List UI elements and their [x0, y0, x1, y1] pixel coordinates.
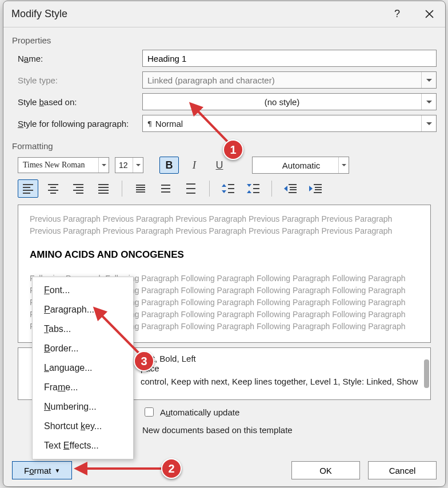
chevron-down-icon	[338, 157, 349, 173]
space-before-inc-button[interactable]	[218, 179, 238, 198]
spacing-1-button[interactable]	[130, 179, 151, 198]
align-justify-button[interactable]	[93, 179, 114, 198]
font-family-select[interactable]: Times New Roman	[18, 157, 109, 173]
svg-marker-12	[284, 186, 287, 191]
name-label: Name:	[12, 54, 142, 63]
align-right-button[interactable]	[68, 179, 89, 198]
indent-increase-button[interactable]	[305, 179, 326, 198]
paragraph-space-icon	[247, 183, 259, 194]
chevron-down-icon	[421, 72, 436, 88]
template-scope-label: New documents based on this template	[142, 425, 293, 435]
name-input[interactable]	[142, 50, 437, 67]
indent-decrease-icon	[284, 183, 297, 194]
paragraph-space-icon	[222, 183, 234, 194]
indent-decrease-button[interactable]	[280, 179, 301, 198]
style-type-label: Style type:	[12, 75, 142, 85]
format-menu: Font... Paragraph... Tabs... Border... L…	[32, 277, 134, 459]
italic-button[interactable]: I	[185, 157, 204, 174]
based-on-label: Style based on:	[12, 97, 142, 107]
menu-language[interactable]: Language...	[33, 358, 133, 378]
help-button[interactable]: ?	[389, 6, 405, 22]
align-justify-icon	[98, 184, 109, 194]
ok-button[interactable]: OK	[291, 461, 360, 479]
dialog-title: Modify Style	[11, 8, 67, 20]
chevron-down-icon	[421, 115, 436, 131]
line-spacing-icon	[186, 183, 195, 194]
scrollbar-thumb[interactable]	[424, 359, 429, 388]
following-label: Style for following paragraph:	[12, 119, 142, 129]
bold-button[interactable]: B	[159, 157, 179, 174]
close-icon	[425, 10, 434, 18]
auto-update-label: Automatically update	[160, 407, 239, 417]
menu-font[interactable]: Font...	[33, 281, 133, 300]
auto-update-checkbox[interactable]	[145, 407, 154, 417]
svg-marker-8	[247, 190, 251, 193]
menu-tabs[interactable]: Tabs...	[33, 319, 133, 339]
close-button[interactable]	[421, 6, 437, 22]
svg-marker-17	[309, 186, 313, 191]
svg-marker-3	[222, 190, 226, 193]
svg-marker-7	[247, 184, 251, 187]
annotation-3: 3	[134, 351, 154, 371]
menu-text-effects[interactable]: Text Effects...	[33, 436, 133, 455]
line-spacing-icon	[136, 185, 145, 193]
indent-increase-icon	[309, 183, 322, 194]
annotation-2: 2	[161, 458, 182, 479]
chevron-down-icon	[133, 158, 143, 173]
menu-paragraph[interactable]: Paragraph...	[33, 300, 133, 319]
chevron-down-icon: ▼	[55, 467, 61, 474]
align-center-icon	[48, 184, 58, 194]
based-on-select[interactable]: (no style)	[142, 93, 437, 110]
spacing-2-button[interactable]	[181, 179, 201, 198]
menu-numbering[interactable]: Numbering...	[33, 397, 133, 417]
align-right-icon	[73, 184, 83, 194]
titlebar: Modify Style ?	[3, 1, 445, 27]
modify-style-dialog: Modify Style ? Properties Name: Style ty…	[3, 1, 446, 487]
align-left-button[interactable]	[18, 179, 38, 198]
properties-label: Properties	[12, 35, 437, 45]
style-type-select[interactable]: Linked (paragraph and character)	[142, 71, 437, 89]
space-before-dec-button[interactable]	[243, 179, 263, 198]
align-left-icon	[23, 184, 33, 194]
spacing-15-button[interactable]	[155, 179, 176, 198]
following-select[interactable]: ¶Normal	[142, 115, 437, 132]
svg-marker-2	[222, 184, 226, 187]
annotation-1: 1	[223, 139, 243, 160]
align-center-button[interactable]	[43, 179, 63, 198]
format-button[interactable]: Format ▼	[12, 461, 72, 479]
menu-frame[interactable]: Frame...	[33, 378, 133, 397]
menu-shortcut[interactable]: Shortcut key...	[33, 417, 133, 436]
cancel-button[interactable]: Cancel	[368, 461, 437, 479]
chevron-down-icon	[98, 158, 109, 173]
pilcrow-icon: ¶	[147, 119, 152, 128]
underline-button[interactable]: U	[210, 157, 229, 174]
chevron-down-icon	[421, 94, 436, 110]
preview-heading: AMINO ACIDS AND ONCOGENES	[30, 247, 419, 262]
font-color-select[interactable]: Automatic	[252, 157, 349, 174]
font-size-select[interactable]: 12	[115, 157, 143, 173]
menu-border[interactable]: Border...	[33, 339, 133, 358]
line-spacing-icon	[161, 185, 170, 193]
